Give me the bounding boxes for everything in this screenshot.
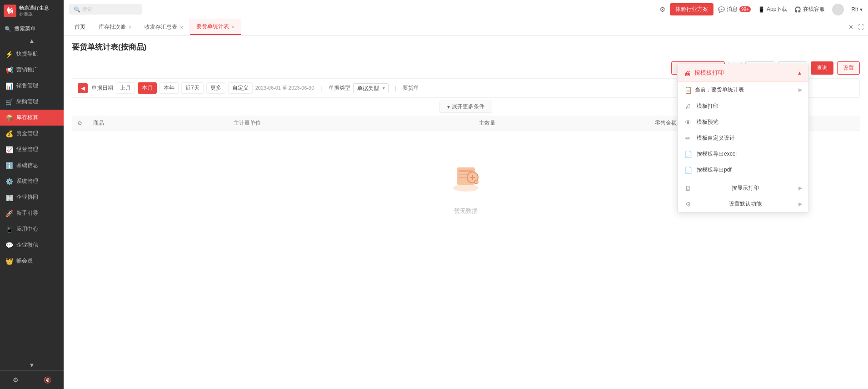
sidebar-scroll-up[interactable]: ▲ [0,35,64,46]
dropdown-current[interactable]: 📋 当前：要货单统计表 ▶ [678,82,808,98]
tab-label-order-stats: 要货单统计表 [196,23,229,30]
template-preview-item[interactable]: 👁 模板预览 [678,114,808,130]
sidebar-label-member: 畅会员 [16,257,33,265]
user-avatar[interactable] [832,4,844,15]
date-label: 单据日期 [91,84,113,92]
sidebar-label-inventory: 库存核算 [16,114,38,121]
order-type-label: 单据类型 [329,84,350,92]
template-export-pdf-item[interactable]: 📄 按模板导出pdf [678,162,808,178]
tab-close-revenue-summary[interactable]: × [180,25,183,30]
trial-btn[interactable]: 体验行业方案 [670,3,713,15]
filter-collapse-btn[interactable]: ◀ [78,83,88,93]
tab-inventory-batch[interactable]: 库存批次账× [92,19,138,35]
set-default-item[interactable]: ⚙ 设置默认功能 ▶ [678,196,808,212]
th-unit: 主计量单位 [228,116,474,131]
svg-point-0 [453,184,479,192]
topbar-search[interactable]: 🔍 搜索 [69,4,142,15]
date-filter-section: 单据日期 上月 本月 本年 近7天 更多 自定义 2023-06-01 至 20… [91,82,314,94]
headset-icon: 🎧 [794,6,801,13]
order-type-select[interactable]: 单据类型 [353,83,389,93]
sidebar-icon-member: 👑 [5,258,13,265]
sidebar-label-marketing: 营销推广 [16,66,38,74]
custom-date-btn[interactable]: 自定义 [228,82,253,94]
sidebar: 畅 畅康通好生意 标准版 🔍 搜索菜单 ▲ ⚡快捷导航📢营销推广📊销售管理🛒采购… [0,0,64,389]
template-print-item[interactable]: 🖨 模板打印 [678,98,808,114]
template-custom-item[interactable]: ✏ 模板自定义设计 [678,130,808,146]
sidebar-item-sales[interactable]: 📊销售管理 [0,78,64,94]
sidebar-icon-marketing: 📢 [5,66,13,74]
tab-label-home: 首页 [75,23,85,31]
display-print-arrow: ▶ [798,185,802,191]
sidebar-settings-btn[interactable]: ⚙ [9,374,22,385]
more-date-btn[interactable]: 更多 [206,82,225,94]
print-template-dropdown: 🖨 按模板打印 ▲ 📋 当前：要货单统计表 ▶ 🖨 模板打印 👁 模板预览 ✏ … [677,64,809,212]
dropdown-collapse-icon: ▲ [797,70,802,76]
sidebar-label-wechat: 企业微信 [16,241,38,249]
messages-badge: 99+ [739,6,751,12]
messages-btn[interactable]: 💬 消息 99+ [718,5,751,13]
dropdown-header[interactable]: 🖨 按模板打印 ▲ [678,64,808,82]
tab-home[interactable]: 首页 [68,19,92,35]
column-settings-icon[interactable]: ⚙ [77,120,82,126]
sidebar-item-member[interactable]: 👑畅会员 [0,253,64,269]
topbar: 🔍 搜索 ⚙ 体验行业方案 💬 消息 99+ 📱 App下载 🎧 在线客服 Ri… [64,0,868,19]
user-name[interactable]: Rit ▾ [851,6,863,13]
sidebar-item-basic[interactable]: ℹ️基础信息 [0,157,64,173]
sidebar-label-guide: 新手引导 [16,209,38,217]
query-btn[interactable]: 查询 [811,61,833,75]
message-icon: 💬 [718,6,725,13]
sidebar-icon-system: ⚙️ [5,178,13,185]
maximize-btn[interactable]: ⛶ [857,24,864,31]
dropdown-header-label: 按模板打印 [694,69,724,77]
settings-btn[interactable]: 设置 [837,61,860,75]
last7days-btn[interactable]: 近7天 [181,82,204,94]
sidebar-nav: ⚡快捷导航📢营销推广📊销售管理🛒采购管理📦库存核算💰资金管理📈经营管理ℹ️基础信… [0,46,64,360]
sidebar-item-wechat[interactable]: 💬企业微信 [0,237,64,253]
sidebar-item-operation[interactable]: 📈经营管理 [0,141,64,157]
phone-icon: 📱 [758,6,765,13]
logo-text: 畅康通好生意 标准版 [19,5,49,17]
template-export-pdf-icon: 📄 [684,167,692,174]
online-service-btn[interactable]: 🎧 在线客服 [794,5,825,13]
sidebar-item-inventory[interactable]: 📦库存核算 [0,110,64,126]
display-print-icon: 🖥 [684,185,692,192]
sidebar-icon-finance: 💰 [5,130,13,137]
set-default-icon: ⚙ [684,201,692,208]
app-download-btn[interactable]: 📱 App下载 [758,5,787,13]
sidebar-item-purchase[interactable]: 🛒采购管理 [0,94,64,110]
order-type-select-wrapper: 单据类型 [353,83,389,93]
sidebar-item-quick-nav[interactable]: ⚡快捷导航 [0,46,64,62]
display-print-item[interactable]: 🖥 按显示打印 ▶ [678,180,808,196]
sidebar-item-guide[interactable]: 🚀新手引导 [0,205,64,221]
sidebar-item-finance[interactable]: 💰资金管理 [0,126,64,141]
close-window-btn[interactable]: ✕ [847,24,854,31]
this-month-btn[interactable]: 本月 [138,82,157,94]
sidebar-label-quick-nav: 快捷导航 [16,50,38,58]
sidebar-audio-btn[interactable]: 🔇 [40,374,55,385]
sidebar-item-marketing[interactable]: 📢营销推广 [0,62,64,78]
tab-close-order-stats[interactable]: × [232,24,234,30]
template-export-excel-label: 按模板导出excel [697,150,802,158]
tab-revenue-summary[interactable]: 收发存汇总表× [138,19,190,35]
template-preview-label: 模板预览 [697,118,802,126]
topbar-gear-icon[interactable]: ⚙ [659,5,665,14]
th-goods: 商品 [88,116,228,131]
sidebar-item-appstore[interactable]: 📱应用中心 [0,221,64,237]
template-print-label: 模板打印 [697,102,802,110]
set-default-label: 设置默认功能 [729,200,762,208]
tab-order-stats[interactable]: 要货单统计表× [190,19,241,35]
sidebar-search[interactable]: 🔍 搜索菜单 [0,22,64,35]
printer-dropdown-icon: 🖨 [684,69,691,77]
template-export-excel-item[interactable]: 📄 按模板导出excel [678,146,808,162]
th-settings: ⚙ [72,116,88,131]
prev-month-btn[interactable]: 上月 [116,82,135,94]
sidebar-item-system[interactable]: ⚙️系统管理 [0,173,64,189]
sidebar-scroll-down[interactable]: ▼ [0,360,64,370]
sidebar-item-enterprise[interactable]: 🏢企业协同 [0,189,64,205]
sidebar-icon-basic: ℹ️ [5,162,13,169]
expand-more-btn[interactable]: ▾ 展开更多条件 [439,101,492,113]
current-label-icon: 📋 [684,86,692,94]
this-year-btn[interactable]: 本年 [160,82,179,94]
sidebar-icon-guide: 🚀 [5,210,13,217]
tab-close-inventory-batch[interactable]: × [129,25,131,30]
